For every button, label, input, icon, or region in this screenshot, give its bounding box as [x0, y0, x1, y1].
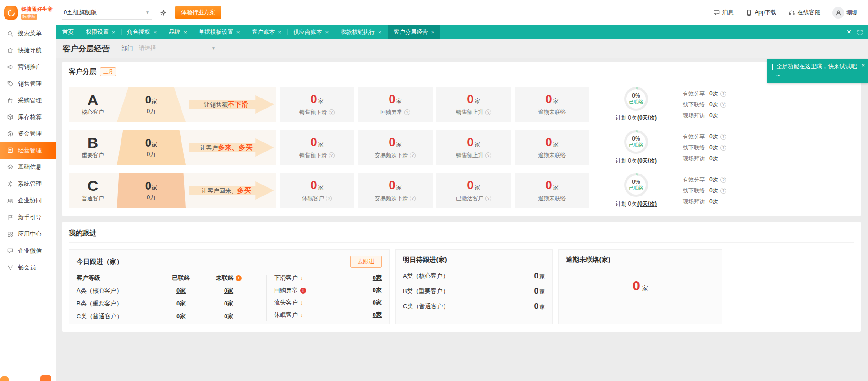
message-icon [713, 9, 720, 16]
alert-count-link[interactable]: 0家 [373, 274, 382, 282]
tab-role-auth[interactable]: 角色授权 × [121, 25, 163, 39]
sidebar-item-sales[interactable]: 销售管理 [0, 76, 56, 93]
contacted-count-link[interactable]: 0家 [157, 312, 205, 321]
app-root: 畅捷通好生意 标准版 搜索菜单 快捷导航 营销推广 销售管理 [0, 0, 868, 381]
tier-slogan-arrow: 让客户多来、多买 [186, 130, 276, 165]
close-icon[interactable]: × [431, 29, 435, 35]
tabbar: 首页 权限设置 × 角色授权 × 品牌 × 单据模板设置 × 客户账本 × [56, 25, 868, 39]
plan-frequency-link[interactable]: (0天/次) [637, 114, 657, 121]
go-followup-button[interactable]: 去跟进 [350, 256, 382, 268]
workspace-select[interactable]: 0五组旗舰版 ▼ [62, 5, 152, 20]
tab-customer-ledger[interactable]: 客户账本 × [246, 25, 287, 39]
sidebar-item-system[interactable]: 系统管理 [0, 176, 56, 193]
close-icon[interactable]: × [112, 29, 115, 35]
close-icon[interactable]: × [861, 61, 865, 70]
sidebar-item-business[interactable]: 经营管理 [0, 142, 56, 159]
tab-brand[interactable]: 品牌 × [163, 25, 193, 39]
alert-item: 回购异常 0家 [274, 286, 382, 294]
tab-customer-segment[interactable]: 客户分层经营 × [388, 25, 441, 39]
close-icon[interactable]: × [154, 29, 157, 35]
help-icon[interactable] [485, 109, 491, 115]
help-icon[interactable] [720, 91, 726, 97]
close-icon[interactable]: × [378, 29, 382, 35]
tab-receipt-writeoff[interactable]: 收款核销执行 × [335, 25, 388, 39]
help-icon[interactable] [720, 188, 726, 194]
settings-gear-button[interactable] [160, 9, 167, 16]
alert-count-link[interactable]: 0家 [373, 311, 382, 319]
sidebar-item-funds[interactable]: 资金管理 [0, 125, 56, 142]
sidebar-item-label: 营销推广 [18, 63, 42, 71]
chevron-down-icon: ▼ [211, 46, 216, 51]
help-icon[interactable] [329, 109, 335, 115]
plan-frequency-link[interactable]: (0天/次) [637, 201, 657, 207]
help-icon[interactable] [485, 196, 491, 201]
sidebar-item-marketing[interactable]: 营销推广 [0, 59, 56, 76]
help-icon[interactable] [404, 109, 410, 115]
help-icon[interactable] [720, 177, 726, 183]
alert-count-link[interactable]: 0家 [373, 286, 382, 294]
close-icon[interactable]: × [183, 29, 187, 35]
floating-widget[interactable] [40, 375, 51, 381]
search-icon [7, 30, 14, 37]
fullscreen-icon[interactable] [857, 29, 863, 35]
close-all-tabs-icon[interactable]: × [847, 28, 851, 36]
grid-icon [7, 231, 14, 238]
close-icon[interactable]: × [325, 29, 329, 35]
member-v-icon [7, 264, 14, 271]
dept-select[interactable]: 请选择 ▼ [138, 43, 217, 54]
uncontacted-count-link[interactable]: 0家 [205, 312, 253, 321]
overdue-panel-title: 逾期未联络(家) [566, 256, 714, 264]
contacted-count-link[interactable]: 0家 [157, 287, 205, 295]
online-service-button[interactable]: 在线客服 [788, 9, 820, 16]
sidebar-item-guide[interactable]: 新手引导 [0, 209, 56, 226]
app-download-button[interactable]: App下载 [746, 9, 776, 16]
today-followup-table: 客户等级 已联络 未联络 A类（核心客户） 0家 0家 B类（重要客户） 0家 … [77, 274, 262, 321]
tier-stat: 0家 交易频次下滑 [358, 173, 433, 208]
sidebar-item-label: 应用中心 [18, 230, 42, 238]
sidebar-item-label: 畅会员 [18, 263, 36, 272]
tomorrow-row: A类（核心客户） 0家 [403, 272, 545, 281]
uncontacted-count-link[interactable]: 0家 [205, 299, 253, 308]
messages-button[interactable]: 消息 [713, 9, 734, 16]
tier-funnel-shape: 0家 0万 [117, 87, 186, 122]
uncontacted-count-link[interactable]: 0家 [205, 287, 253, 295]
alert-item: 流失客户 ↓ 0家 [274, 299, 382, 307]
alert-count-link[interactable]: 0家 [373, 299, 382, 307]
tab-home[interactable]: 首页 [56, 25, 80, 39]
tier-funnel-shape: 0家 0万 [117, 130, 186, 165]
contacted-count-link[interactable]: 0家 [157, 299, 205, 308]
sidebar-item-member[interactable]: 畅会员 [0, 259, 56, 276]
close-icon[interactable]: × [236, 29, 240, 35]
help-icon[interactable] [720, 134, 726, 140]
help-icon[interactable] [485, 152, 491, 158]
tier-slogan-arrow: 让销售额不下滑 [186, 87, 276, 122]
sidebar-item-search-menu[interactable]: 搜索菜单 [0, 25, 56, 42]
help-icon[interactable] [410, 196, 416, 201]
sidebar-item-wecom[interactable]: 企业微信 [0, 243, 56, 260]
sidebar-item-collaboration[interactable]: 企业协同 [0, 192, 56, 209]
price-tag-icon [7, 80, 14, 87]
sidebar-item-base-info[interactable]: 基础信息 [0, 159, 56, 176]
tier-stat: 0家 销售额上升 [436, 130, 511, 165]
help-icon[interactable] [410, 152, 416, 158]
help-icon[interactable] [720, 145, 726, 151]
sidebar-item-purchase[interactable]: 采购管理 [0, 92, 56, 109]
person-icon [835, 9, 842, 16]
plan-frequency-link[interactable]: (0天/次) [637, 158, 657, 164]
sidebar-item-label: 经营管理 [18, 147, 42, 155]
fullscreen-tip-banner: 全屏功能在这里哦，快来试试吧~ × [767, 59, 868, 83]
help-icon[interactable] [329, 152, 335, 158]
close-icon[interactable]: × [278, 29, 281, 35]
sidebar-item-app-center[interactable]: 应用中心 [0, 226, 56, 243]
user-menu[interactable]: 珊珊 [832, 7, 858, 19]
try-industry-solution-button[interactable]: 体验行业方案 [175, 6, 221, 19]
shopping-bag-icon [7, 97, 14, 104]
help-icon[interactable] [720, 102, 726, 108]
tab-doc-template-settings[interactable]: 单据模板设置 × [193, 25, 246, 39]
sidebar-item-inventory[interactable]: 库存核算 [0, 109, 56, 126]
sidebar-item-label: 企业微信 [18, 247, 42, 255]
tab-supplier-ledger[interactable]: 供应商账本 × [287, 25, 335, 39]
tab-permission-settings[interactable]: 权限设置 × [80, 25, 121, 39]
sidebar-item-quick-nav[interactable]: 快捷导航 [0, 42, 56, 59]
help-icon[interactable] [326, 196, 332, 201]
